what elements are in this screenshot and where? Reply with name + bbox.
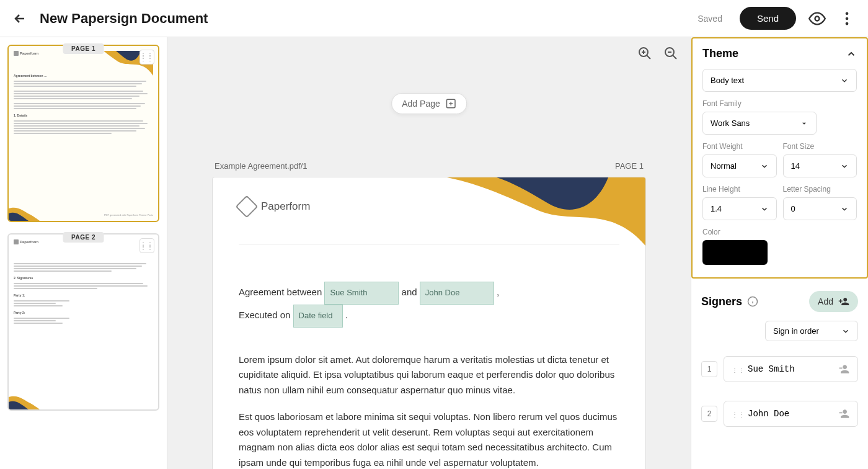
thumbnail-page-2[interactable]: PAGE 2 ⋮⋮⋮⋮ Paperform 2. Signatures Part… [7,233,159,411]
color-label: Color [702,228,857,236]
executed-line: Executed on Date field . [239,305,619,328]
signer-row: 2 ⋮⋮ John Doe [701,401,858,427]
signer-number: 1 [701,361,717,377]
chevron-down-icon [840,205,849,213]
theme-panel: Theme Body text Font Family Work Sans Fo… [691,37,868,279]
signer-name: Sue Smith [748,364,831,374]
signers-title: Signers [701,295,742,308]
person-remove-icon[interactable] [838,408,850,420]
svg-point-0 [815,16,820,20]
right-panel: Theme Body text Font Family Work Sans Fo… [691,37,868,469]
agreement-line: Agreement between Sue Smith and John Doe… [239,282,619,305]
font-family-label: Font Family [702,99,857,108]
add-signer-button[interactable]: Add [809,291,858,312]
date-field[interactable]: Date field [293,305,343,328]
drag-handle-icon[interactable]: ⋮⋮ [732,364,742,375]
add-page-label: Add Page [402,99,440,109]
signer-number: 2 [701,406,717,422]
add-page-button[interactable]: Add Page [391,93,467,114]
person-add-icon [838,296,849,307]
thumbnail-page-1[interactable]: PAGE 1 ⋮⋮⋮⋮ Paperform Agreement between … [7,45,159,222]
letter-spacing-label: Letter Spacing [783,185,857,194]
signers-panel: Signers Add Sign in order 1 ⋮⋮ Sue Smith [691,279,868,458]
sign-order-select[interactable]: Sign in order [765,321,858,341]
theme-title: Theme [702,47,738,60]
paperform-logo: Paperform [239,199,310,215]
page-badge: PAGE 2 [63,232,104,243]
signer-card[interactable]: ⋮⋮ John Doe [724,401,858,427]
font-size-select[interactable]: 14 [783,154,857,177]
caret-down-icon [800,119,808,128]
more-vertical-icon[interactable] [838,10,856,27]
chevron-down-icon [840,76,849,85]
header-decorative-shape [422,177,645,246]
page-thumbnails-panel: PAGE 1 ⋮⋮⋮⋮ Paperform Agreement between … [0,37,167,469]
font-weight-select[interactable]: Normal [702,154,777,177]
line-height-select[interactable]: 1.4 [702,197,777,220]
svg-point-2 [846,17,849,20]
info-icon[interactable] [747,296,758,307]
pdf-name: Example Agreement.pdf/1 [215,161,308,171]
chevron-up-icon[interactable] [846,48,857,60]
svg-line-5 [647,55,650,59]
signer-row: 1 ⋮⋮ Sue Smith [701,356,858,382]
chevron-down-icon [841,327,850,336]
text-style-select[interactable]: Body text [702,69,857,92]
color-swatch[interactable] [702,240,768,265]
signer-card[interactable]: ⋮⋮ Sue Smith [724,356,858,382]
font-weight-label: Font Weight [702,142,777,151]
svg-line-9 [673,55,676,59]
document-title[interactable]: New Papersign Document [40,11,685,27]
drag-handle-icon[interactable]: ⋮⋮⋮⋮ [140,238,154,253]
font-family-select[interactable]: Work Sans [702,112,817,135]
plus-square-icon [445,98,456,109]
signer-name: John Doe [748,409,831,419]
svg-point-3 [846,22,849,25]
document-page[interactable]: Paperform Agreement between Sue Smith an… [212,177,646,469]
send-button[interactable]: Send [740,7,796,30]
drag-handle-icon[interactable]: ⋮⋮⋮⋮ [140,50,154,65]
saved-status: Saved [698,14,722,24]
chevron-down-icon [760,162,769,171]
page-indicator: PAGE 1 [615,161,644,171]
page-badge: PAGE 1 [63,43,104,54]
chevron-down-icon [840,162,849,171]
chevron-down-icon [760,205,769,213]
letter-spacing-select[interactable]: 0 [783,197,857,220]
app-header: New Papersign Document Saved Send [0,0,868,37]
font-size-label: Font Size [783,142,857,151]
svg-point-1 [846,12,849,15]
body-text: Lorem ipsum dolor sit amet. Aut doloremq… [239,352,619,469]
zoom-in-icon[interactable] [637,46,652,61]
party1-field[interactable]: Sue Smith [324,282,399,305]
preview-eye-icon[interactable] [808,10,826,27]
zoom-out-icon[interactable] [663,46,678,61]
person-remove-icon[interactable] [838,363,850,375]
drag-handle-icon[interactable]: ⋮⋮ [732,408,742,419]
document-preview: Example Agreement.pdf/1 PAGE 1 Paperform… [212,161,646,469]
party2-field[interactable]: John Doe [420,282,494,305]
back-arrow-icon[interactable] [12,11,27,26]
document-canvas: Add Page Example Agreement.pdf/1 PAGE 1 … [167,37,691,469]
line-height-label: Line Height [702,185,777,194]
